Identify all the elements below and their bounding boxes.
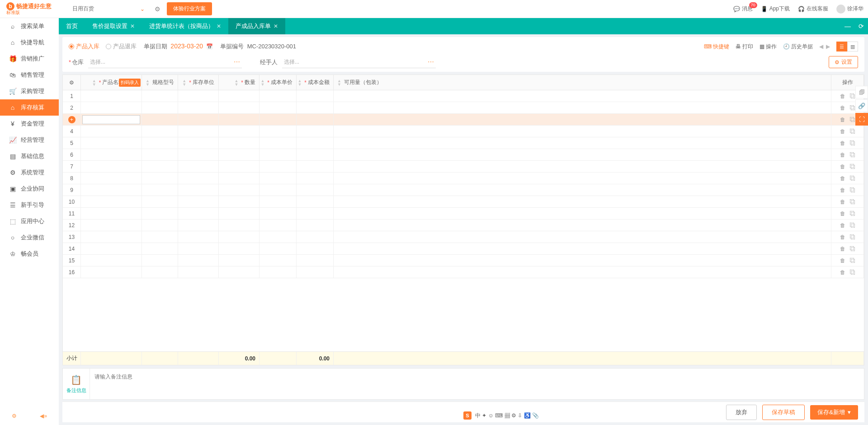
user-menu[interactable]: 徐泽华 xyxy=(836,5,863,14)
table-row[interactable]: 8🗑⿻ xyxy=(63,173,864,184)
copy-row-icon[interactable]: ⿻ xyxy=(850,234,855,240)
column-settings-button[interactable]: ⚙ 设置 xyxy=(829,56,858,68)
online-service-link[interactable]: 🎧 在线客服 xyxy=(798,5,828,13)
delete-row-icon[interactable]: 🗑 xyxy=(840,269,845,276)
view-card-button[interactable]: ▥ xyxy=(847,42,858,51)
delete-row-icon[interactable]: 🗑 xyxy=(840,210,845,217)
table-row[interactable]: +🗑⿻ xyxy=(63,114,864,126)
industry-select[interactable]: 日用百货 ⌄ xyxy=(68,3,149,15)
delete-row-icon[interactable]: 🗑 xyxy=(840,140,845,146)
copy-row-icon[interactable]: ⿻ xyxy=(850,199,855,205)
table-row[interactable]: 15🗑⿻ xyxy=(63,255,864,266)
table-row[interactable]: 16🗑⿻ xyxy=(63,266,864,278)
copy-row-icon[interactable]: ⿻ xyxy=(850,163,855,170)
sidebar-collapse-icon[interactable]: ◀» xyxy=(40,413,47,419)
next-record-button[interactable]: ▶ xyxy=(826,43,830,50)
sidebar-item-13[interactable]: ○企业微信 xyxy=(0,229,59,246)
delete-row-icon[interactable]: 🗑 xyxy=(840,128,845,135)
warehouse-select[interactable]: 选择... ⋯ xyxy=(88,56,242,68)
column-qty[interactable]: ▲▼*数量 xyxy=(219,75,259,90)
copy-row-icon[interactable]: ⿻ xyxy=(850,140,855,146)
sidebar-item-12[interactable]: ⬚应用中心 xyxy=(0,213,59,229)
remark-textarea[interactable] xyxy=(90,369,864,399)
delete-row-icon[interactable]: 🗑 xyxy=(840,163,845,170)
tab-close-icon[interactable]: ✕ xyxy=(274,23,278,29)
sidebar-item-0[interactable]: ⌕搜索菜单 xyxy=(0,18,59,34)
tab-refresh-button[interactable]: ⟳ xyxy=(854,18,868,34)
table-row[interactable]: 13🗑⿻ xyxy=(63,231,864,243)
hotkey-link[interactable]: ⌨快捷键 xyxy=(704,43,729,51)
add-row-button[interactable]: + xyxy=(68,116,75,123)
operate-link[interactable]: ▦操作 xyxy=(760,43,777,51)
delete-row-icon[interactable]: 🗑 xyxy=(840,105,845,111)
copy-row-icon[interactable]: ⿻ xyxy=(850,257,855,264)
table-row[interactable]: 5🗑⿻ xyxy=(63,137,864,149)
history-link[interactable]: 🕘历史单据 xyxy=(783,43,813,51)
copy-row-icon[interactable]: ⿻ xyxy=(850,187,855,193)
copy-row-icon[interactable]: ⿻ xyxy=(850,93,855,99)
settings-gear-icon[interactable]: ⚙ xyxy=(155,5,160,13)
table-row[interactable]: 11🗑⿻ xyxy=(63,208,864,220)
delete-row-icon[interactable]: 🗑 xyxy=(840,257,845,264)
column-settings-gear[interactable]: ⚙ xyxy=(63,75,81,90)
delete-row-icon[interactable]: 🗑 xyxy=(840,234,845,240)
copy-row-icon[interactable]: ⿻ xyxy=(850,128,855,135)
column-available[interactable]: ▲▼可用量（包装） xyxy=(334,75,831,90)
delete-row-icon[interactable]: 🗑 xyxy=(840,93,845,99)
handler-select[interactable]: 选择... ⋯ xyxy=(282,56,436,68)
table-row[interactable]: 7🗑⿻ xyxy=(63,161,864,173)
sidebar-item-1[interactable]: ⌂快捷导航 xyxy=(0,34,59,51)
scan-input-badge[interactable]: 扫码录入 xyxy=(119,79,141,87)
copy-row-icon[interactable]: ⿻ xyxy=(850,117,855,123)
copy-row-icon[interactable]: ⿻ xyxy=(850,246,855,252)
sidebar-item-7[interactable]: 📈经营管理 xyxy=(0,132,59,148)
table-row[interactable]: 10🗑⿻ xyxy=(63,196,864,208)
table-row[interactable]: 9🗑⿻ xyxy=(63,184,864,196)
tab-0[interactable]: 首页 xyxy=(59,18,85,34)
radio-stock-in[interactable]: 产品入库 xyxy=(69,42,99,51)
tab-close-icon[interactable]: ✕ xyxy=(130,23,135,29)
column-amount[interactable]: ▲▼*成本金额 xyxy=(297,75,334,90)
column-price[interactable]: ▲▼*成本单价 xyxy=(259,75,297,90)
view-list-button[interactable]: ☰ xyxy=(836,42,847,51)
tab-minimize-button[interactable]: — xyxy=(841,18,854,34)
dock-expand-button[interactable]: ⛶ xyxy=(855,113,868,126)
tab-close-icon[interactable]: ✕ xyxy=(217,23,221,29)
sidebar-item-2[interactable]: 🎁营销推广 xyxy=(0,51,59,67)
sidebar-item-9[interactable]: ⚙系统管理 xyxy=(0,164,59,181)
sidebar-item-3[interactable]: 🛍销售管理 xyxy=(0,67,59,83)
delete-row-icon[interactable]: 🗑 xyxy=(840,246,845,252)
tab-3[interactable]: 产成品入库单✕ xyxy=(228,18,285,34)
print-link[interactable]: 🖶打印 xyxy=(736,43,753,51)
messages-link[interactable]: 💬 消息 70 xyxy=(733,5,753,13)
table-row[interactable]: 2🗑⿻ xyxy=(63,102,864,114)
product-name-input[interactable] xyxy=(82,115,140,124)
copy-row-icon[interactable]: ⿻ xyxy=(850,175,855,182)
sidebar-item-4[interactable]: 🛒采购管理 xyxy=(0,83,59,99)
sidebar-settings-icon[interactable]: ⚙ xyxy=(12,413,17,419)
copy-row-icon[interactable]: ⿻ xyxy=(850,210,855,217)
table-row[interactable]: 12🗑⿻ xyxy=(63,220,864,231)
table-row[interactable]: 14🗑⿻ xyxy=(63,243,864,255)
remark-tab[interactable]: 📋 备注信息 xyxy=(63,369,90,399)
sidebar-item-10[interactable]: ▣企业协同 xyxy=(0,181,59,197)
discard-button[interactable]: 放弃 xyxy=(726,405,757,420)
radio-stock-out[interactable]: 产品退库 xyxy=(106,42,137,51)
dock-note-button[interactable]: 🗐 xyxy=(855,86,868,98)
column-spec[interactable]: ▲▼规格型号 xyxy=(142,75,178,90)
column-unit[interactable]: ▲▼*库存单位 xyxy=(178,75,219,90)
tab-1[interactable]: 售价提取设置✕ xyxy=(85,18,142,34)
table-row[interactable]: 4🗑⿻ xyxy=(63,126,864,137)
save-draft-button[interactable]: 保存草稿 xyxy=(762,405,805,420)
delete-row-icon[interactable]: 🗑 xyxy=(840,222,845,229)
doc-date-value[interactable]: 2023-03-20 xyxy=(170,42,203,50)
copy-row-icon[interactable]: ⿻ xyxy=(850,152,855,158)
sidebar-item-14[interactable]: ♔畅会员 xyxy=(0,246,59,262)
experience-plan-button[interactable]: 体验行业方案 xyxy=(167,2,212,15)
sidebar-item-11[interactable]: ☰新手引导 xyxy=(0,197,59,213)
sidebar-item-6[interactable]: ¥资金管理 xyxy=(0,116,59,132)
calendar-icon[interactable]: 📅 xyxy=(206,43,213,50)
column-product-name[interactable]: ▲▼ *产品名称ⓘ 扫码录入 xyxy=(81,75,142,90)
sidebar-item-5[interactable]: ⌂库存核算 xyxy=(0,99,59,116)
table-row[interactable]: 6🗑⿻ xyxy=(63,149,864,161)
